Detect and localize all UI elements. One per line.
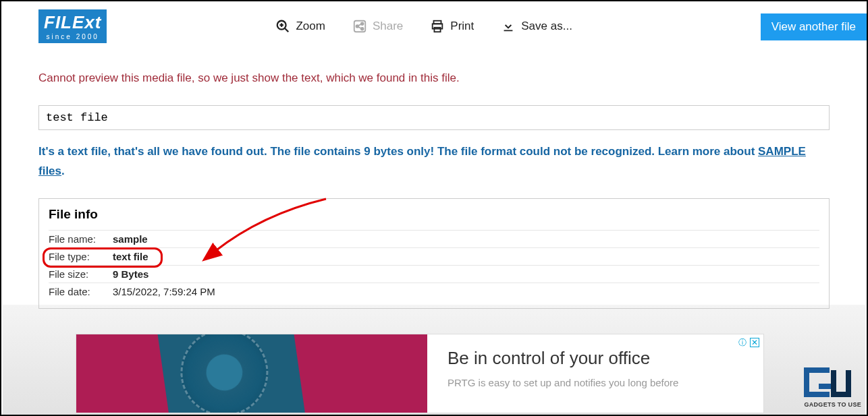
ad-badge[interactable]: ⓘ ✕ — [738, 337, 759, 349]
ad-text-area: ⓘ ✕ Be in control of your office PRTG is… — [427, 334, 763, 413]
ad-disk-graphic — [156, 334, 306, 413]
ad-subtext: PRTG is easy to set up and notifies you … — [447, 377, 743, 388]
file-info-box: File info File name: sample File type: t… — [38, 198, 830, 309]
file-date-value: 3/15/2022, 7:59:24 PM — [113, 286, 215, 297]
file-type-value: text file — [113, 251, 148, 262]
file-name-value: sample — [113, 233, 148, 245]
watermark-text: GADGETS TO USE — [804, 401, 861, 408]
analysis-text: It's a text file, that's all we have fou… — [38, 142, 830, 181]
analysis-suffix: . — [61, 165, 65, 177]
file-info-title: File info — [49, 207, 819, 222]
share-icon — [352, 19, 367, 34]
zoom-label: Zoom — [296, 20, 325, 33]
ad-close-icon[interactable]: ✕ — [750, 338, 759, 347]
preview-message: Cannot preview this media file, so we ju… — [38, 71, 830, 85]
file-content-box: test file — [38, 105, 830, 130]
svg-line-1 — [285, 28, 289, 32]
save-as-label: Save as... — [521, 20, 572, 33]
save-as-button[interactable]: Save as... — [501, 19, 572, 34]
ad-headline: Be in control of your office — [447, 348, 743, 369]
ad-image — [76, 334, 427, 413]
logo-since: since 2000 — [44, 33, 101, 40]
header: FILExt since 2000 Zoom Share Print Save … — [1, 1, 867, 51]
watermark-logo — [804, 367, 851, 401]
ad-info-icon[interactable]: ⓘ — [738, 338, 747, 347]
logo[interactable]: FILExt since 2000 — [38, 9, 107, 43]
print-label: Print — [450, 20, 474, 33]
file-info-row-size: File size: 9 Bytes — [49, 265, 819, 283]
file-name-label: File name: — [49, 233, 113, 245]
file-info-row-type: File type: text file — [49, 247, 819, 265]
file-type-label: File type: — [49, 251, 113, 262]
file-size-label: File size: — [49, 268, 113, 280]
file-info-row-date: File date: 3/15/2022, 7:59:24 PM — [49, 283, 819, 300]
zoom-icon — [275, 19, 290, 34]
print-icon — [430, 19, 445, 34]
zoom-button[interactable]: Zoom — [275, 19, 325, 34]
file-info-row-name: File name: sample — [49, 230, 819, 247]
content-area: Cannot preview this media file, so we ju… — [1, 71, 867, 309]
ad-banner[interactable]: ⓘ ✕ Be in control of your office PRTG is… — [76, 334, 764, 413]
watermark: GADGETS TO USE — [804, 367, 861, 408]
toolbar: Zoom Share Print Save as... — [275, 19, 572, 34]
file-date-label: File date: — [49, 286, 113, 297]
svg-line-8 — [358, 24, 362, 26]
logo-main: FILExt — [44, 12, 101, 32]
print-button[interactable]: Print — [430, 19, 474, 34]
download-icon — [501, 19, 516, 34]
svg-line-9 — [358, 27, 362, 28]
share-label: Share — [373, 20, 403, 33]
share-button: Share — [352, 19, 403, 34]
analysis-prefix: It's a text file, that's all we have fou… — [38, 145, 758, 158]
file-size-value: 9 Bytes — [113, 268, 148, 280]
view-another-button[interactable]: View another file — [761, 13, 867, 40]
